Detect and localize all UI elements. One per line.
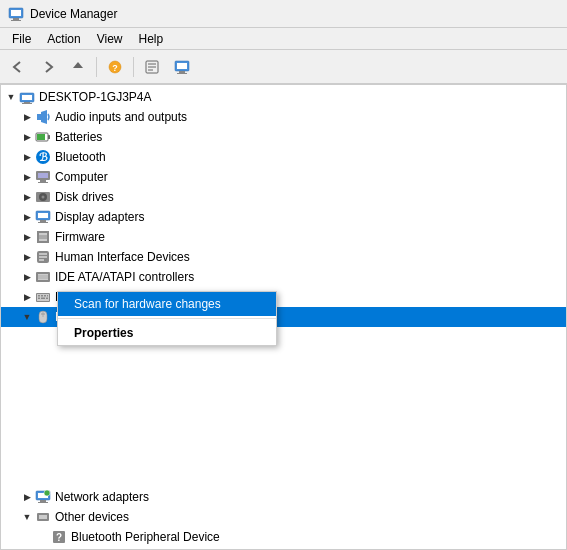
- menu-help[interactable]: Help: [131, 30, 172, 48]
- tree-item-firmware[interactable]: Firmware: [1, 227, 566, 247]
- audio-expand[interactable]: [19, 109, 35, 125]
- toolbar-separator-1: [96, 57, 97, 77]
- computer-expand[interactable]: [19, 169, 35, 185]
- mice-expand[interactable]: [19, 309, 35, 325]
- tree-item-bluetooth[interactable]: ℬ Bluetooth: [1, 147, 566, 167]
- up-icon: [70, 59, 86, 75]
- bt-peripheral-label: Bluetooth Peripheral Device: [71, 530, 220, 544]
- hid-label: Human Interface Devices: [55, 250, 190, 264]
- diskdrives-label: Disk drives: [55, 190, 114, 204]
- forward-button[interactable]: [34, 54, 62, 80]
- bluetooth-expand[interactable]: [19, 149, 35, 165]
- svg-point-31: [42, 196, 45, 199]
- batteries-expand[interactable]: [19, 129, 35, 145]
- svg-rect-56: [46, 298, 48, 300]
- svg-rect-21: [48, 135, 50, 139]
- keyboards-expand[interactable]: [19, 289, 35, 305]
- context-menu: Scan for hardware changes Properties: [57, 291, 277, 346]
- menu-action[interactable]: Action: [39, 30, 88, 48]
- tree-item-otherdevices[interactable]: Other devices: [1, 507, 566, 527]
- svg-rect-27: [40, 180, 46, 182]
- bluetooth-icon: ℬ: [35, 149, 51, 165]
- tree-item-diskdrives[interactable]: Disk drives: [1, 187, 566, 207]
- svg-rect-62: [40, 500, 46, 502]
- svg-rect-11: [177, 63, 187, 69]
- properties-button[interactable]: [138, 54, 166, 80]
- context-menu-properties[interactable]: Properties: [58, 321, 276, 345]
- monitor-button[interactable]: [168, 54, 196, 80]
- other-label: Other devices: [55, 510, 129, 524]
- svg-text:?: ?: [56, 532, 62, 543]
- back-button[interactable]: [4, 54, 32, 80]
- network-icon: [35, 489, 51, 505]
- tree-root[interactable]: DESKTOP-1GJ3P4A: [1, 87, 566, 107]
- svg-rect-55: [41, 298, 45, 300]
- svg-rect-22: [37, 134, 45, 140]
- tree-item-audio[interactable]: Audio inputs and outputs: [1, 107, 566, 127]
- svg-rect-45: [38, 274, 48, 280]
- tree-item-ideata[interactable]: IDE ATA/ATAPI controllers: [1, 267, 566, 287]
- menu-bar: File Action View Help: [0, 28, 567, 50]
- svg-rect-15: [22, 95, 32, 100]
- disk-expand[interactable]: [19, 189, 35, 205]
- svg-rect-34: [40, 220, 46, 222]
- help-button[interactable]: ?: [101, 54, 129, 80]
- svg-rect-13: [177, 73, 187, 74]
- ideata-label: IDE ATA/ATAPI controllers: [55, 270, 194, 284]
- properties-icon: [144, 59, 160, 75]
- svg-rect-50: [38, 295, 40, 297]
- title-bar: Device Manager: [0, 0, 567, 28]
- back-icon: [10, 59, 26, 75]
- svg-rect-54: [38, 298, 40, 300]
- mice-icon: [35, 309, 51, 325]
- tree-item-display[interactable]: Display adapters: [1, 207, 566, 227]
- ideata-expand[interactable]: [19, 269, 35, 285]
- computer-label: Computer: [55, 170, 108, 184]
- other-icon: [35, 509, 51, 525]
- properties-label: Properties: [74, 326, 133, 340]
- hid-expand[interactable]: [19, 249, 35, 265]
- network-expand[interactable]: [19, 489, 35, 505]
- svg-rect-51: [41, 295, 43, 297]
- ideata-icon: [35, 269, 51, 285]
- svg-rect-1: [11, 10, 21, 16]
- svg-rect-26: [38, 173, 48, 178]
- tree-item-bt-peripheral[interactable]: ? Bluetooth Peripheral Device: [1, 527, 566, 547]
- tree-item-pci-data[interactable]: ? PCI Data Acquisition and Signal Proces…: [1, 547, 566, 549]
- svg-rect-12: [179, 71, 185, 73]
- svg-rect-16: [24, 102, 30, 103]
- svg-rect-37: [39, 233, 47, 241]
- firmware-icon: [35, 229, 51, 245]
- root-icon: [19, 89, 35, 105]
- svg-rect-17: [22, 103, 32, 104]
- svg-rect-18: [37, 114, 41, 120]
- firmware-label: Firmware: [55, 230, 105, 244]
- audio-label: Audio inputs and outputs: [55, 110, 187, 124]
- menu-file[interactable]: File: [4, 30, 39, 48]
- bt-peripheral-expand: [35, 529, 51, 545]
- menu-view[interactable]: View: [89, 30, 131, 48]
- svg-rect-66: [39, 515, 47, 519]
- svg-rect-2: [13, 18, 19, 20]
- tree-item-hid[interactable]: Human Interface Devices: [1, 247, 566, 267]
- display-icon: [35, 209, 51, 225]
- tree-view[interactable]: DESKTOP-1GJ3P4A Audio inputs and outputs: [1, 85, 566, 549]
- root-expand-arrow[interactable]: [3, 89, 19, 105]
- firmware-expand[interactable]: [19, 229, 35, 245]
- toolbar-separator-2: [133, 57, 134, 77]
- toolbar: ?: [0, 50, 567, 84]
- tree-item-computer[interactable]: Computer: [1, 167, 566, 187]
- display-expand[interactable]: [19, 209, 35, 225]
- up-button[interactable]: [64, 54, 92, 80]
- tree-item-batteries[interactable]: Batteries: [1, 127, 566, 147]
- forward-icon: [40, 59, 56, 75]
- svg-point-64: [44, 490, 50, 496]
- context-menu-scan[interactable]: Scan for hardware changes: [58, 292, 276, 316]
- tree-item-network[interactable]: Network adapters: [1, 487, 566, 507]
- window-title: Device Manager: [30, 7, 117, 21]
- svg-rect-35: [38, 222, 48, 223]
- scan-label: Scan for hardware changes: [74, 297, 221, 311]
- other-expand[interactable]: [19, 509, 35, 525]
- context-menu-separator: [58, 318, 276, 319]
- bluetooth-label: Bluetooth: [55, 150, 106, 164]
